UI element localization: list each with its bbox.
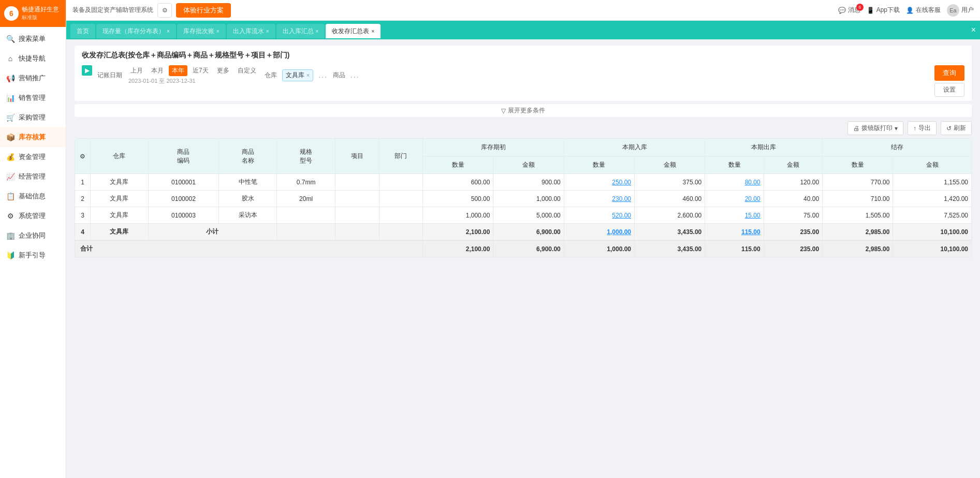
subtotal-row: 4 文具库 小计 2,100.00 6,900.00 1,000.00 3,43…: [75, 224, 972, 241]
tab-flow[interactable]: 出入库流水 ×: [227, 24, 275, 38]
sidebar-item-basic[interactable]: 📋 基础信息: [0, 186, 66, 206]
tab-current-stock-close[interactable]: ×: [167, 28, 170, 34]
row-open-qty: 600.00: [423, 174, 493, 191]
sidebar-item-search[interactable]: 🔍 搜索菜单: [0, 29, 66, 49]
row-in-amt: 2,600.00: [635, 207, 705, 224]
warehouse-tag-text: 文具库: [286, 71, 304, 80]
tab-home[interactable]: 首页: [70, 24, 95, 38]
tabbar-close-icon[interactable]: ×: [971, 25, 976, 35]
expand-more-row: ▽ 展开更多条件: [75, 104, 972, 117]
sidebar-item-system[interactable]: ⚙ 系统管理: [0, 206, 66, 226]
date-custom-btn[interactable]: 自定义: [235, 65, 259, 76]
refresh-label: 刷新: [954, 124, 966, 133]
date-7days-btn[interactable]: 近7天: [189, 65, 212, 76]
tab-batch-close[interactable]: ×: [216, 28, 220, 34]
subtotal-out-qty[interactable]: 115.00: [705, 224, 764, 241]
page-title: 收发存汇总表(按仓库＋商品编码＋商品＋规格型号＋项目＋部门): [82, 51, 964, 60]
sidebar-item-finance-label: 资金管理: [19, 152, 46, 162]
row-out-qty[interactable]: 15.00: [705, 207, 764, 224]
tab-current-stock[interactable]: 现存量（库存分布表） ×: [96, 24, 176, 38]
sidebar-item-quicknav[interactable]: ⌂ 快捷导航: [0, 49, 66, 68]
sidebar-item-enterprise[interactable]: 🏢 企业协同: [0, 226, 66, 245]
subtotal-out-amt: 235.00: [764, 224, 822, 241]
guide-icon: 🔰: [6, 251, 14, 259]
subtotal-bal-qty: 2,985.00: [823, 224, 893, 241]
export-btn[interactable]: ↑ 导出: [908, 121, 937, 135]
query-button[interactable]: 查询: [934, 65, 964, 81]
online-service-label: 在线客服: [916, 6, 941, 15]
sidebar-item-guide[interactable]: 🔰 新手引导: [0, 245, 66, 265]
table-bal-qty-header: 数量: [823, 156, 893, 174]
row-out-qty[interactable]: 80.00: [705, 174, 764, 191]
tab-summary[interactable]: 出入库汇总 ×: [276, 24, 325, 38]
goods-filter-label: 商品: [333, 71, 345, 80]
goods-more-icon[interactable]: ...: [350, 71, 360, 79]
tab-receive-send[interactable]: 收发存汇总表 ×: [326, 24, 381, 38]
row-in-qty[interactable]: 250.00: [564, 174, 634, 191]
warehouse-tag[interactable]: 文具库 ×: [282, 69, 313, 81]
row-in-qty[interactable]: 230.00: [564, 191, 634, 207]
sidebar-item-inventory-label: 库存核算: [19, 133, 46, 142]
sidebar: 6 畅捷通好生意 标准版 🔍 搜索菜单 ⌂ 快捷导航 📢 营销推广 📊 销售管理…: [0, 0, 66, 478]
warehouse-more-icon[interactable]: ...: [318, 71, 328, 79]
filter-collapse-btn[interactable]: ▶: [82, 65, 92, 76]
subtotal-in-qty[interactable]: 1,000.00: [564, 224, 634, 241]
tab-summary-close[interactable]: ×: [316, 28, 319, 34]
settings-button[interactable]: 设置: [934, 83, 964, 97]
main-area: 装备及固定资产辅助管理系统 ⚙ 体验行业方案 💬 消息 6 📱 App下载 👤 …: [66, 0, 980, 478]
expand-more-btn[interactable]: ▽ 展开更多条件: [501, 106, 545, 115]
user-btn[interactable]: Ea 用户: [947, 4, 974, 17]
date-last-month-btn[interactable]: 上月: [127, 65, 146, 76]
sidebar-item-operations[interactable]: 📈 经营管理: [0, 167, 66, 186]
message-icon: 💬: [838, 7, 846, 14]
sidebar-item-finance[interactable]: 💰 资金管理: [0, 147, 66, 167]
operations-icon: 📈: [6, 172, 14, 181]
refresh-btn[interactable]: ↺ 刷新: [941, 121, 972, 135]
subtotal-bal-amt: 10,100.00: [893, 224, 972, 241]
online-service-btn[interactable]: 👤 在线客服: [906, 6, 941, 15]
message-badge: 6: [856, 4, 864, 11]
table-row: 3 文具库 0100003 采访本 1,000.00 5,000.00 520.…: [75, 207, 972, 224]
row-out-qty[interactable]: 20.00: [705, 191, 764, 207]
total-row: 合计 2,100.00 6,900.00 1,000.00 3,435.00 1…: [75, 240, 972, 257]
sidebar-item-operations-label: 经营管理: [19, 172, 46, 181]
tab-flow-close[interactable]: ×: [266, 28, 269, 34]
row-bal-qty: 710.00: [823, 191, 893, 207]
sidebar-item-inventory[interactable]: 📦 库存核算: [0, 127, 66, 147]
subtotal-spec: [276, 224, 335, 241]
tab-batch-label: 库存批次账: [183, 27, 214, 36]
print-label: 拨镜版打印: [861, 124, 893, 133]
total-open-amt: 6,900.00: [493, 240, 564, 257]
total-open-qty: 2,100.00: [423, 240, 493, 257]
service-icon: 👤: [906, 7, 914, 14]
date-this-month-btn[interactable]: 本月: [148, 65, 167, 76]
sidebar-item-purchase[interactable]: 🛒 采购管理: [0, 108, 66, 127]
table-col-settings[interactable]: ⚙: [75, 139, 91, 174]
row-in-qty[interactable]: 520.00: [564, 207, 634, 224]
topbar-right: 💬 消息 6 📱 App下载 👤 在线客服 Ea 用户: [838, 4, 974, 17]
trial-button[interactable]: 体验行业方案: [176, 3, 231, 18]
enterprise-icon: 🏢: [6, 231, 14, 240]
print-btn[interactable]: 🖨 拨镜版打印 ▾: [847, 121, 903, 135]
sidebar-item-sales[interactable]: 📊 销售管理: [0, 88, 66, 108]
download-icon: 📱: [867, 7, 874, 14]
row-in-amt: 375.00: [635, 174, 705, 191]
logo-sub: 标准版: [22, 14, 59, 21]
date-more-btn[interactable]: 更多: [214, 65, 232, 76]
tab-receive-send-close[interactable]: ×: [371, 28, 374, 34]
sidebar-item-marketing[interactable]: 📢 营销推广: [0, 68, 66, 88]
sidebar-item-purchase-label: 采购管理: [19, 113, 46, 122]
table-in-qty-header: 数量: [564, 156, 634, 174]
tab-batch[interactable]: 库存批次账 ×: [177, 24, 226, 38]
sidebar-item-quicknav-label: 快捷导航: [19, 54, 46, 63]
settings-gear-icon[interactable]: ⚙: [157, 3, 172, 18]
date-this-year-btn[interactable]: 本年: [169, 65, 187, 76]
table-col-dept: 部门: [379, 139, 422, 174]
warehouse-tag-close-icon[interactable]: ×: [306, 72, 310, 78]
print-icon: 🖨: [853, 125, 859, 132]
logo-title: 畅捷通好生意: [22, 6, 59, 14]
table-col-code: 商品编码: [148, 139, 218, 174]
message-btn[interactable]: 💬 消息 6: [838, 6, 860, 15]
app-download-btn[interactable]: 📱 App下载: [867, 6, 900, 15]
table-col-spec: 规格型号: [276, 139, 335, 174]
